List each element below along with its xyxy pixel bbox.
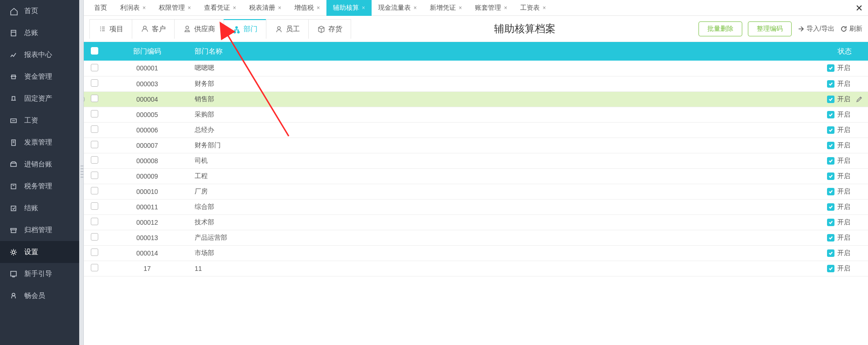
- stock-icon: [9, 160, 18, 169]
- tab-close-icon[interactable]: ×: [459, 5, 462, 11]
- table-row[interactable]: 000013 产品运营部 开启: [84, 230, 868, 245]
- table-row[interactable]: 000010 厂房 开启: [84, 184, 868, 199]
- row-checkbox[interactable]: [91, 218, 98, 225]
- sidebar-item-guide[interactable]: 新手引导: [0, 263, 79, 285]
- category-tab-staff[interactable]: 员工: [266, 19, 309, 39]
- row-checkbox[interactable]: [91, 125, 98, 133]
- tab-增值税[interactable]: 增值税×: [288, 0, 326, 16]
- select-all-checkbox[interactable]: [91, 47, 98, 55]
- sidebar-item-stock[interactable]: 进销台账: [0, 153, 79, 175]
- table-row[interactable]: + 000004 销售部 开启: [84, 91, 868, 107]
- sidebar-item-archive[interactable]: 归档管理: [0, 219, 79, 241]
- sidebar-item-report[interactable]: 报表中心: [0, 44, 79, 66]
- tab-利润表[interactable]: 利润表×: [114, 0, 152, 16]
- sidebar-item-member[interactable]: 畅会员: [0, 285, 79, 307]
- close-all-tabs-button[interactable]: [853, 2, 865, 14]
- status-toggle[interactable]: [827, 64, 834, 72]
- tab-查看凭证[interactable]: 查看凭证×: [197, 0, 243, 16]
- status-toggle[interactable]: [827, 219, 834, 226]
- tab-首页[interactable]: 首页: [88, 0, 114, 16]
- table-row[interactable]: 000007 财务部门 开启: [84, 138, 868, 153]
- tab-close-icon[interactable]: ×: [188, 5, 191, 11]
- table-row[interactable]: 000014 市场部 开启: [84, 245, 868, 261]
- status-toggle[interactable]: [827, 80, 834, 88]
- status-toggle[interactable]: [827, 142, 834, 149]
- category-tab-org[interactable]: 部门: [224, 19, 266, 39]
- table-row[interactable]: 000003 财务部 开启: [84, 76, 868, 91]
- row-name: 司机: [189, 153, 821, 168]
- tab-close-icon[interactable]: ×: [317, 5, 320, 11]
- row-checkbox[interactable]: [91, 202, 98, 210]
- refresh-link[interactable]: 刷新: [840, 25, 862, 33]
- table-row[interactable]: 000012 技术部 开启: [84, 214, 868, 230]
- status-toggle[interactable]: [827, 96, 834, 103]
- status-toggle[interactable]: [827, 265, 834, 272]
- edit-icon[interactable]: [856, 96, 862, 103]
- sidebar-collapse-handle[interactable]: [79, 0, 84, 345]
- tab-close-icon[interactable]: ×: [542, 5, 546, 11]
- sidebar-item-invoice[interactable]: 发票管理: [0, 131, 79, 153]
- reorganize-code-button[interactable]: 整理编码: [748, 21, 792, 36]
- add-sub-button[interactable]: +: [84, 95, 85, 104]
- tab-账套管理[interactable]: 账套管理×: [468, 0, 514, 16]
- row-checkbox[interactable]: [91, 95, 98, 102]
- sidebar-item-ledger[interactable]: 总账: [0, 22, 79, 44]
- sidebar-item-funds[interactable]: 资金管理: [0, 66, 79, 88]
- row-checkbox[interactable]: [91, 79, 98, 87]
- tab-close-icon[interactable]: ×: [142, 5, 146, 11]
- tab-税表清册[interactable]: 税表清册×: [243, 0, 288, 16]
- tab-label: 账套管理: [475, 4, 501, 12]
- row-code: 000011: [105, 199, 189, 214]
- sidebar-item-home[interactable]: 首页: [0, 0, 79, 22]
- batch-delete-button[interactable]: 批量删除: [698, 21, 742, 36]
- status-toggle[interactable]: [827, 157, 834, 165]
- sidebar-item-asset[interactable]: 固定资产: [0, 88, 79, 110]
- category-tab-inventory[interactable]: 存货: [308, 19, 351, 39]
- row-checkbox[interactable]: [91, 141, 98, 148]
- row-checkbox[interactable]: [91, 248, 98, 256]
- tab-close-icon[interactable]: ×: [414, 5, 417, 11]
- row-checkbox[interactable]: [91, 187, 98, 194]
- status-toggle[interactable]: [827, 188, 834, 195]
- tab-close-icon[interactable]: ×: [233, 5, 236, 11]
- row-check-cell: [84, 261, 105, 276]
- row-checkbox[interactable]: [91, 156, 98, 164]
- sidebar-item-tax[interactable]: 税务管理: [0, 175, 79, 197]
- status-toggle[interactable]: [827, 172, 834, 180]
- category-tab-customer[interactable]: 客户: [132, 19, 175, 39]
- status-toggle[interactable]: [827, 126, 834, 134]
- status-toggle[interactable]: [827, 203, 834, 211]
- row-checkbox[interactable]: [91, 110, 98, 117]
- table-row[interactable]: 000009 工程 开启: [84, 168, 868, 184]
- table-row[interactable]: 000001 嗯嗯嗯 开启: [84, 61, 868, 76]
- tab-现金流量表[interactable]: 现金流量表×: [372, 0, 423, 16]
- table-row[interactable]: 17 11 开启: [84, 261, 868, 276]
- sidebar-item-closing[interactable]: 结账: [0, 197, 79, 219]
- import-export-link[interactable]: 导入/导出: [797, 25, 834, 33]
- row-checkbox[interactable]: [91, 233, 98, 241]
- tab-工资表[interactable]: 工资表×: [514, 0, 552, 16]
- status-toggle[interactable]: [827, 234, 834, 242]
- category-tab-supplier[interactable]: 供应商: [174, 19, 224, 39]
- row-checkbox[interactable]: [91, 64, 98, 71]
- tab-新增凭证[interactable]: 新增凭证×: [423, 0, 468, 16]
- table-row[interactable]: 000008 司机 开启: [84, 153, 868, 168]
- tab-close-icon[interactable]: ×: [362, 5, 365, 11]
- sidebar-item-settings[interactable]: 设置: [0, 241, 79, 263]
- row-checkbox[interactable]: [91, 172, 98, 179]
- category-tab-label: 员工: [286, 25, 300, 34]
- status-label: 开启: [837, 80, 850, 88]
- table-row[interactable]: 000011 综合部 开启: [84, 199, 868, 214]
- tab-权限管理[interactable]: 权限管理×: [152, 0, 197, 16]
- tab-辅助核算[interactable]: 辅助核算×: [326, 0, 372, 16]
- category-tab-list[interactable]: 项目: [89, 19, 132, 39]
- table-row[interactable]: 000006 总经办 开启: [84, 122, 868, 138]
- status-toggle[interactable]: [827, 249, 834, 257]
- tab-close-icon[interactable]: ×: [278, 5, 281, 11]
- sidebar-item-salary[interactable]: 工资: [0, 110, 79, 131]
- row-check-cell: [84, 107, 105, 122]
- table-row[interactable]: 000005 采购部 开启: [84, 107, 868, 122]
- row-checkbox[interactable]: [91, 264, 98, 271]
- tab-close-icon[interactable]: ×: [504, 5, 507, 11]
- status-toggle[interactable]: [827, 111, 834, 118]
